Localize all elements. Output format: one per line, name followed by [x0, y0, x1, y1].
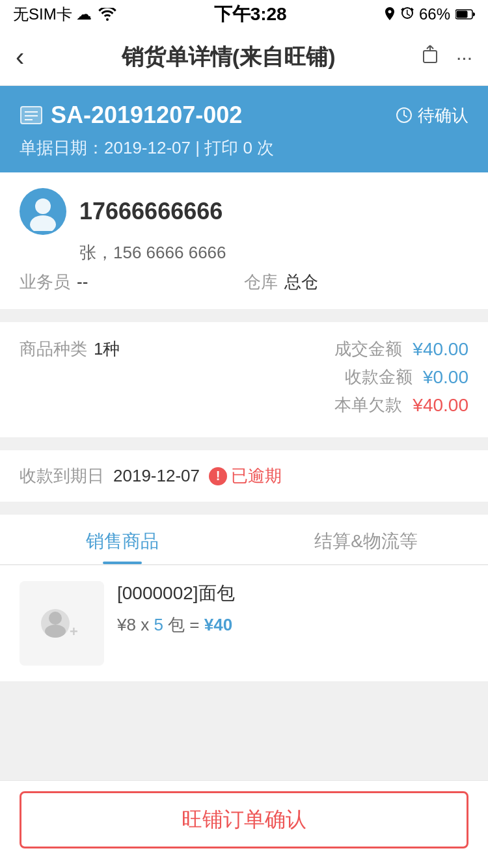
overdue-badge: ! 已逾期 — [209, 465, 282, 487]
deal-amount-row: 成交金额 ¥40.00 — [334, 338, 468, 360]
outstanding-amount-label: 本单欠款 — [334, 394, 402, 416]
tab-sales-products[interactable]: 销售商品 — [0, 515, 244, 564]
location-icon — [384, 7, 396, 21]
svg-point-12 — [45, 625, 66, 638]
tabs-bar: 销售商品 结算&物流等 — [0, 515, 488, 565]
product-types-value: 1种 — [94, 338, 120, 360]
battery-level: 66% — [419, 5, 450, 23]
status-bar: 无SIM卡 ☁ 下午3:28 66% — [0, 0, 488, 29]
order-id: SA-20191207-002 — [20, 102, 242, 129]
summary-left: 商品种类 1种 — [20, 338, 334, 364]
order-header: SA-20191207-002 待确认 单据日期：2019-12-07 | 打印… — [0, 86, 488, 172]
customer-name: 张，156 6666 6666 — [79, 241, 468, 264]
customer-section: 17666666666 张，156 6666 6666 业务员 -- 仓库 总仓 — [0, 172, 488, 309]
svg-text:+: + — [70, 623, 78, 640]
product-qty: 5 — [154, 615, 163, 634]
product-thumbnail: + — [20, 581, 104, 666]
sales-rep-label: 业务员 — [20, 271, 70, 293]
order-icon — [20, 105, 43, 125]
order-status: 待确认 — [396, 104, 468, 127]
summary-section: 商品种类 1种 成交金额 ¥40.00 收款金额 ¥0.00 本单欠款 ¥40.… — [0, 322, 488, 437]
status-time: 下午3:28 — [214, 2, 287, 27]
customer-avatar — [20, 188, 66, 235]
svg-point-8 — [35, 198, 51, 214]
overdue-text: 已逾期 — [231, 465, 282, 487]
deal-amount-value: ¥40.00 — [413, 339, 468, 360]
product-logo: + — [36, 604, 88, 643]
product-total: ¥40 — [204, 615, 232, 634]
clock-icon — [396, 107, 413, 124]
received-amount-label: 收款金额 — [345, 366, 413, 388]
product-types-label: 商品种类 — [20, 338, 87, 360]
received-amount-row: 收款金额 ¥0.00 — [334, 366, 468, 388]
received-amount-value: ¥0.00 — [423, 367, 468, 388]
order-meta: 单据日期：2019-12-07 | 打印 0 次 — [20, 137, 468, 159]
product-types-item: 商品种类 1种 — [20, 338, 334, 360]
svg-point-11 — [49, 612, 62, 625]
alarm-icon — [401, 7, 414, 21]
wifi-icon — [98, 8, 116, 21]
sales-rep-field: 业务员 -- — [20, 271, 244, 293]
sim-status: 无SIM卡 ☁ — [13, 4, 92, 25]
product-name: [0000002]面包 — [117, 581, 468, 606]
page-title: 销货单详情(来自旺铺) — [34, 42, 422, 72]
deal-amount-label: 成交金额 — [334, 338, 402, 360]
product-item: + [0000002]面包 ¥8 x 5 包 = ¥40 — [0, 565, 488, 681]
customer-details-row: 业务员 -- 仓库 总仓 — [20, 271, 468, 293]
outstanding-amount-row: 本单欠款 ¥40.00 — [334, 394, 468, 416]
share-button[interactable] — [422, 44, 443, 70]
product-info: [0000002]面包 ¥8 x 5 包 = ¥40 — [117, 581, 468, 636]
svg-rect-2 — [424, 51, 437, 62]
outstanding-amount-value: ¥40.00 — [413, 395, 468, 416]
nav-bar: ‹ 销货单详情(来自旺铺) ··· — [0, 29, 488, 86]
sales-rep-value: -- — [77, 272, 88, 292]
due-date-value: 2019-12-07 — [113, 466, 200, 486]
nav-actions: ··· — [422, 44, 472, 70]
warehouse-value: 总仓 — [284, 271, 318, 293]
svg-point-9 — [30, 215, 56, 231]
svg-rect-1 — [457, 11, 468, 18]
product-price-row: ¥8 x 5 包 = ¥40 — [117, 614, 468, 636]
bottom-bar: 旺铺订单确认 — [0, 780, 488, 868]
back-button[interactable]: ‹ — [16, 42, 24, 72]
confirm-order-button[interactable]: 旺铺订单确认 — [20, 791, 468, 848]
status-left: 无SIM卡 ☁ — [13, 4, 116, 25]
battery-icon — [455, 9, 475, 20]
status-right: 66% — [384, 5, 475, 23]
due-date-section: 收款到期日 2019-12-07 ! 已逾期 — [0, 450, 488, 502]
overdue-icon: ! — [209, 467, 227, 485]
customer-phone: 17666666666 — [79, 198, 223, 225]
warehouse-field: 仓库 总仓 — [244, 271, 468, 293]
more-button[interactable]: ··· — [456, 46, 472, 68]
summary-right: 成交金额 ¥40.00 收款金额 ¥0.00 本单欠款 ¥40.00 — [334, 338, 468, 422]
due-date-label: 收款到期日 — [20, 465, 104, 487]
warehouse-label: 仓库 — [244, 271, 278, 293]
tab-settlement[interactable]: 结算&物流等 — [244, 515, 488, 564]
